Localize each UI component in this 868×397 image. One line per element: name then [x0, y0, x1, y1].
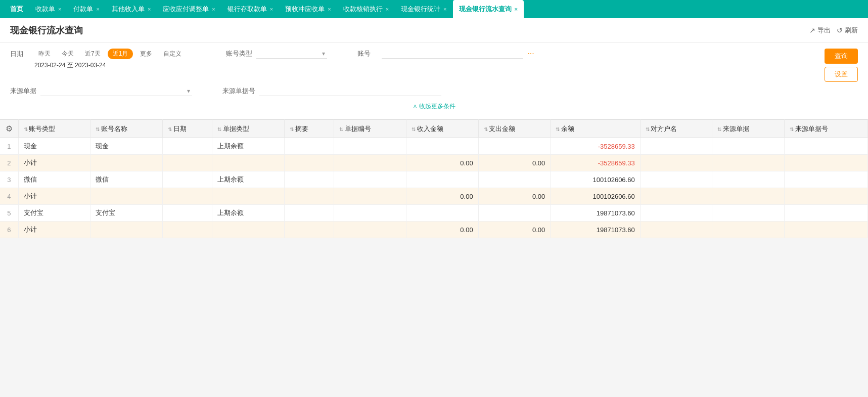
nav-payments-close[interactable]: ×: [96, 0, 99, 18]
main-table: ⚙ ⇅ 账号类型 ⇅ 账号名称 ⇅ 日期 ⇅ 单据类型: [0, 119, 868, 238]
nav-other-income-close[interactable]: ×: [148, 0, 151, 18]
cell-summary: [284, 138, 334, 155]
nav-prepay-label: 预收冲应收单: [285, 0, 325, 18]
cell-source-doc: [712, 171, 785, 188]
col-source-doc-no[interactable]: ⇅ 来源单据号: [785, 120, 868, 138]
cell-source-doc-no: [785, 171, 868, 188]
source-doc-select[interactable]: [40, 86, 192, 96]
export-button[interactable]: ↗ 导出: [809, 26, 831, 35]
date-more[interactable]: 更多: [136, 49, 156, 59]
sort-icon-balance: ⇅: [556, 126, 561, 132]
date-1month[interactable]: 近1月: [108, 49, 133, 59]
date-7days[interactable]: 近7天: [81, 49, 105, 59]
source-doc-num-input[interactable]: [259, 86, 441, 96]
date-yesterday[interactable]: 昨天: [34, 49, 55, 59]
cell-balance: -3528659.33: [551, 155, 640, 171]
cell-expense: 0.00: [478, 155, 551, 171]
nav-bank-stats[interactable]: 现金银行统计 ×: [395, 0, 452, 18]
page-title: 现金银行流水查询: [10, 24, 83, 36]
nav-bank-flow[interactable]: 现金银行流水查询 ×: [453, 0, 524, 18]
nav-receipts[interactable]: 收款单 ×: [29, 0, 67, 18]
col-doc-type[interactable]: ⇅ 单据类型: [212, 120, 285, 138]
nav-payments[interactable]: 付款单 ×: [67, 0, 105, 18]
col-counterparty[interactable]: ⇅ 对方户名: [640, 120, 712, 138]
account-input[interactable]: [382, 49, 523, 59]
date-custom[interactable]: 自定义: [159, 49, 186, 59]
cell-source-doc: [712, 138, 785, 155]
cell-row-num: 1: [0, 138, 18, 155]
cell-date: [162, 138, 212, 155]
cell-source-doc-no: [785, 222, 868, 238]
col-balance[interactable]: ⇅ 余额: [551, 120, 640, 138]
nav-prepay[interactable]: 预收冲应收单 ×: [279, 0, 337, 18]
sort-icon-source-doc: ⇅: [717, 126, 723, 132]
cell-doc-type: [212, 222, 285, 238]
cell-counterparty: [640, 155, 712, 171]
col-income[interactable]: ⇅ 收入金额: [406, 120, 478, 138]
nav-collection-close[interactable]: ×: [386, 0, 389, 18]
collapse-bar[interactable]: ∧ 收起更多条件: [10, 100, 858, 113]
account-number-area: ···: [382, 49, 814, 59]
account-dots-button[interactable]: ···: [527, 49, 534, 58]
col-expense-label: 支出金额: [489, 125, 515, 133]
nav-other-income[interactable]: 其他收入单 ×: [106, 0, 157, 18]
cell-income: 0.00: [406, 155, 478, 171]
sort-icon-expense: ⇅: [484, 126, 489, 132]
nav-bank-stats-close[interactable]: ×: [443, 0, 446, 18]
col-account-type[interactable]: ⇅ 账号类型: [18, 120, 90, 138]
sort-icon-account-type: ⇅: [24, 126, 29, 132]
cell-source-doc-no: [785, 205, 868, 222]
nav-prepay-close[interactable]: ×: [328, 0, 331, 18]
nav-home-label: 首页: [10, 0, 23, 18]
date-today[interactable]: 今天: [58, 49, 78, 59]
nav-adjust[interactable]: 应收应付调整单 ×: [157, 0, 221, 18]
nav-bank-flow-close[interactable]: ×: [515, 0, 518, 18]
table-row: 3 微信 微信 上期余额 100102606.60: [0, 171, 868, 188]
query-button[interactable]: 查询: [825, 49, 858, 64]
cell-account-type: 小计: [18, 222, 90, 238]
nav-bank-deposit[interactable]: 银行存取款单 ×: [221, 0, 279, 18]
cell-source-doc: [712, 205, 785, 222]
cell-doc-type: 上期余额: [212, 205, 285, 222]
settings-button[interactable]: 设置: [825, 67, 858, 82]
cell-expense: 0.00: [478, 188, 551, 205]
col-summary[interactable]: ⇅ 摘要: [284, 120, 334, 138]
sort-icon-counterparty: ⇅: [646, 126, 651, 132]
cell-account-name: [90, 155, 163, 171]
sort-icon-doc-no: ⇅: [339, 126, 345, 132]
col-source-doc[interactable]: ⇅ 来源单据: [712, 120, 785, 138]
nav-bank-deposit-close[interactable]: ×: [270, 0, 273, 18]
nav-receipts-close[interactable]: ×: [58, 0, 61, 18]
cell-row-num: 6: [0, 222, 18, 238]
col-balance-label: 余额: [561, 125, 574, 133]
cell-doc-no: [334, 188, 406, 205]
col-account-name[interactable]: ⇅ 账号名称: [90, 120, 163, 138]
col-account-name-label: 账号名称: [101, 125, 127, 133]
cell-source-doc: [712, 155, 785, 171]
cell-source-doc: [712, 188, 785, 205]
cell-counterparty: [640, 222, 712, 238]
account-type-select[interactable]: 现金 微信 支付宝: [256, 49, 327, 59]
cell-income: [406, 138, 478, 155]
cell-row-num: 3: [0, 171, 18, 188]
nav-collection[interactable]: 收款核销执行 ×: [337, 0, 395, 18]
refresh-button[interactable]: ↺ 刷新: [837, 26, 858, 35]
account-label: 账号: [357, 49, 378, 58]
cell-row-num: 5: [0, 205, 18, 222]
cell-source-doc-no: [785, 188, 868, 205]
cell-account-name: 微信: [90, 171, 163, 188]
col-expense[interactable]: ⇅ 支出金额: [478, 120, 551, 138]
cell-summary: [284, 155, 334, 171]
sort-icon-doc-type: ⇅: [217, 126, 223, 132]
col-gear[interactable]: ⚙: [0, 120, 18, 138]
nav-adjust-close[interactable]: ×: [212, 0, 215, 18]
cell-doc-no: [334, 138, 406, 155]
col-date[interactable]: ⇅ 日期: [162, 120, 212, 138]
cell-date: [162, 222, 212, 238]
nav-home[interactable]: 首页: [4, 0, 29, 18]
table-body: 1 现金 现金 上期余额 -3528659.33 2 小计 0.00 0.00 …: [0, 138, 868, 238]
cell-counterparty: [640, 205, 712, 222]
gear-icon[interactable]: ⚙: [6, 124, 13, 133]
col-doc-no[interactable]: ⇅ 单据编号: [334, 120, 406, 138]
cell-income: 0.00: [406, 188, 478, 205]
